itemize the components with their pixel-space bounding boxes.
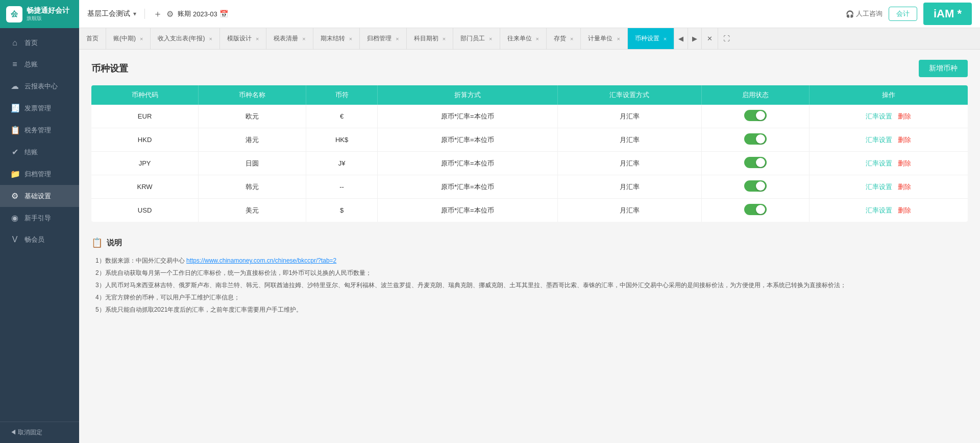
currency-symbol: € (306, 105, 378, 128)
tab-close-icon[interactable]: × (443, 36, 446, 42)
sidebar-item-ledger[interactable]: ≡ 总账 (0, 54, 79, 75)
period-selector[interactable]: 账期 2023-03 📅 (178, 9, 228, 18)
tab-close-icon[interactable]: × (617, 36, 620, 42)
sidebar-item-cloud-report[interactable]: ☁ 云报表中心 (0, 75, 79, 97)
table-body: EUR欧元€原币*汇率=本位币月汇率汇率设置 删除HKD港元HK$原币*汇率=本… (91, 105, 968, 222)
enabled-toggle[interactable] (744, 157, 767, 168)
enabled-toggle[interactable] (744, 204, 767, 215)
company-selector[interactable]: 基层工会测试 ▾ (87, 9, 136, 18)
tab-__[interactable]: 存货× (547, 28, 581, 49)
tab-expand-button[interactable]: ⛶ (718, 28, 735, 49)
tab-close-icon[interactable]: × (349, 36, 352, 42)
currency-rate-type: 月汇率 (557, 175, 701, 199)
currency-toggle-cell (701, 105, 809, 128)
tab-label: 归档管理 (367, 34, 391, 43)
currency-toggle-cell (701, 199, 809, 222)
headset-icon: 🎧 (846, 10, 854, 18)
currency-actions: 汇率设置 删除 (809, 199, 968, 222)
currency-rate-type: 月汇率 (557, 128, 701, 152)
sidebar-item-invoice[interactable]: 🧾 发票管理 (0, 97, 79, 119)
main-area: 基层工会测试 ▾ ＋ ⚙ 账期 2023-03 📅 🎧 人工咨询 会计 iAM … (79, 0, 980, 443)
logo-icon: 会 (6, 6, 22, 22)
rate-setting-button[interactable]: 汇率设置 (866, 206, 892, 214)
sidebar-item-basic[interactable]: ⚙ 基础设置 (0, 185, 79, 207)
currency-rate-type: 月汇率 (557, 152, 701, 175)
page-title: 币种设置 (91, 62, 128, 75)
tab-____[interactable]: 模版设计× (220, 28, 266, 49)
tab-close-icon[interactable]: × (256, 36, 259, 42)
sidebar-item-home[interactable]: ⌂ 首页 (0, 32, 79, 54)
delete-button[interactable]: 删除 (898, 136, 911, 144)
table-row: JPY日圆J¥原币*汇率=本位币月汇率汇率设置 删除 (91, 152, 968, 175)
delete-button[interactable]: 删除 (898, 183, 911, 191)
enabled-toggle[interactable] (744, 110, 767, 121)
currency-calc: 原币*汇率=本位币 (377, 175, 557, 199)
currency-calc: 原币*汇率=本位币 (377, 199, 557, 222)
tab-close-icon[interactable]: × (396, 36, 399, 42)
rate-setting-button[interactable]: 汇率设置 (866, 183, 892, 191)
currency-actions: 汇率设置 删除 (809, 152, 968, 175)
tab-nav-prev[interactable]: ◀ (674, 28, 688, 49)
new-currency-button[interactable]: 新增币种 (919, 60, 968, 77)
tab-_____[interactable]: 账(中期)× (106, 28, 151, 49)
currency-actions: 汇率设置 删除 (809, 105, 968, 128)
delete-button[interactable]: 删除 (898, 206, 911, 214)
currency-code: USD (91, 199, 199, 222)
tab-____[interactable]: 计量单位× (581, 28, 627, 49)
enabled-toggle[interactable] (744, 133, 767, 145)
rate-setting-button[interactable]: 汇率设置 (866, 136, 892, 144)
enabled-toggle[interactable] (744, 180, 767, 192)
tab-____[interactable]: 币种设置× (628, 28, 674, 49)
tab-close-all-button[interactable]: ✕ (702, 28, 718, 49)
currency-name: 日圆 (199, 152, 306, 175)
tab-label: 部门员工 (460, 34, 485, 43)
help-button[interactable]: 🎧 人工咨询 (846, 9, 883, 18)
table-row: EUR欧元€原币*汇率=本位币月汇率汇率设置 删除 (91, 105, 968, 128)
tab-close-icon[interactable]: × (536, 36, 539, 42)
tab-nav-next[interactable]: ▶ (688, 28, 702, 49)
rate-setting-button[interactable]: 汇率设置 (866, 112, 892, 120)
sidebar-item-guide[interactable]: ◉ 新手引导 (0, 207, 79, 229)
sidebar-item-label: 首页 (24, 38, 38, 48)
tab-close-icon[interactable]: × (489, 36, 492, 42)
settings-icon[interactable]: ⚙ (166, 9, 174, 19)
tab-__[interactable]: 首页 (79, 28, 106, 49)
calendar-icon[interactable]: 📅 (219, 10, 228, 18)
currency-symbol: $ (306, 199, 378, 222)
tab-____[interactable]: 往来单位× (500, 28, 547, 49)
member-icon: V (10, 235, 19, 244)
table-col-币符: 币符 (306, 85, 378, 105)
sidebar-item-member[interactable]: V 畅会员 (0, 229, 79, 250)
tab-close-icon[interactable]: × (570, 36, 573, 42)
iam-button[interactable]: iAM * (923, 3, 972, 25)
add-tab-button[interactable]: ＋ (153, 8, 162, 20)
tab-____[interactable]: 归档管理× (360, 28, 406, 49)
chinamoney-link[interactable]: https://www.chinamoney.com.cn/chinese/bk… (186, 257, 336, 264)
sidebar-item-archive[interactable]: 📁 归档管理 (0, 163, 79, 185)
notes-title: 说明 (107, 238, 122, 248)
currency-rate-type: 月汇率 (557, 105, 701, 128)
tab-close-icon[interactable]: × (302, 36, 305, 42)
tab-close-icon[interactable]: × (209, 36, 212, 42)
guide-icon: ◉ (10, 213, 19, 223)
currency-code: HKD (91, 128, 199, 152)
tab-____[interactable]: 科目期初× (407, 28, 453, 49)
logo-subtitle: 旗舰版 (27, 15, 69, 22)
delete-button[interactable]: 删除 (898, 159, 911, 167)
sidebar-item-settlement[interactable]: ✔ 结账 (0, 141, 79, 163)
tab-____[interactable]: 税表清册× (266, 28, 313, 49)
sidebar-item-tax[interactable]: 📋 税务管理 (0, 119, 79, 141)
account-button[interactable]: 会计 (889, 7, 917, 21)
rate-setting-button[interactable]: 汇率设置 (866, 159, 892, 167)
table-col-折算方式: 折算方式 (377, 85, 557, 105)
sidebar-item-label: 归档管理 (24, 170, 51, 179)
delete-button[interactable]: 删除 (898, 112, 911, 120)
notes-list: 1）数据来源：中国外汇交易中心 https://www.chinamoney.c… (91, 254, 968, 316)
tab-____[interactable]: 部门员工× (453, 28, 500, 49)
tab-close-icon[interactable]: × (140, 36, 143, 42)
tab-_________[interactable]: 收入支出表(年报)× (151, 28, 219, 49)
tab-____[interactable]: 期末结转× (313, 28, 360, 49)
sidebar-footer[interactable]: ◀ 取消固定 (0, 422, 79, 443)
currency-calc: 原币*汇率=本位币 (377, 105, 557, 128)
tab-close-icon[interactable]: × (664, 36, 667, 42)
